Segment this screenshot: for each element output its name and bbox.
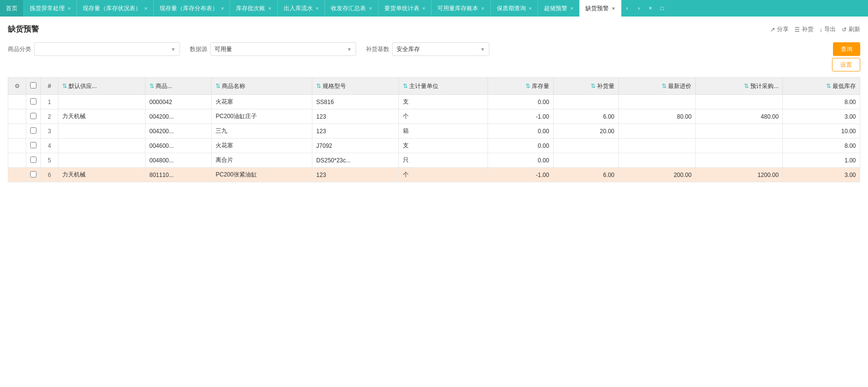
- tab-overstock[interactable]: 超储预警 ×: [538, 0, 579, 17]
- row-min-stock: 3.00: [783, 168, 860, 182]
- row-latest-price: [618, 153, 696, 168]
- row-stock-qty: 0.00: [488, 153, 553, 168]
- th-goods-name[interactable]: ⇅ 商品名称: [212, 78, 312, 95]
- category-arrow-icon: ▼: [171, 47, 176, 52]
- row-check-cell[interactable]: [26, 168, 41, 182]
- settings-button[interactable]: 设置: [832, 58, 860, 71]
- tab-expiry-query[interactable]: 保质期查询 ×: [491, 0, 538, 17]
- tab-home[interactable]: 首页: [0, 0, 24, 17]
- tab-close-available-ledger[interactable]: ×: [481, 5, 484, 11]
- row-supplier: [58, 95, 145, 109]
- tab-demand-stats[interactable]: 要货单统计表 ×: [379, 0, 432, 17]
- row-num: 5: [41, 153, 58, 168]
- row-replenish-qty: 6.00: [553, 168, 618, 182]
- tab-batch-account[interactable]: 库存批次账 ×: [230, 0, 277, 17]
- tab-close-expiry-query[interactable]: ×: [529, 5, 532, 11]
- tab-receipt-summary[interactable]: 收发存汇总表 ×: [325, 0, 378, 17]
- tab-maximize-button[interactable]: □: [656, 0, 668, 17]
- query-button[interactable]: 查询: [833, 42, 860, 56]
- sort-icon-spec: ⇅: [316, 83, 321, 89]
- tab-close-refine[interactable]: ×: [68, 5, 71, 11]
- th-latest-price[interactable]: ⇅ 最新进价: [618, 78, 696, 95]
- row-check-cell[interactable]: [26, 153, 41, 168]
- tab-close-all-button[interactable]: ×: [645, 0, 656, 17]
- tab-prev-button[interactable]: ‹: [621, 0, 633, 17]
- th-replenish-qty[interactable]: ⇅ 补货量: [553, 78, 618, 95]
- tab-close-inout-flow[interactable]: ×: [316, 5, 319, 11]
- datasource-label: 数据源: [190, 45, 207, 53]
- row-replenish-qty: 6.00: [553, 109, 618, 124]
- row-min-stock: 3.00: [783, 109, 860, 124]
- tab-inventory-status[interactable]: 现存量（库存状况表） ×: [77, 0, 153, 17]
- select-all-checkbox[interactable]: [30, 82, 36, 88]
- row-goods-name: PC200张紧油缸: [212, 168, 312, 182]
- row-checkbox-4[interactable]: [30, 157, 36, 163]
- tab-inventory-dist[interactable]: 现存量（库存分布表） ×: [154, 0, 230, 17]
- row-est-purchase: 480.00: [696, 109, 783, 124]
- row-replenish-qty: [553, 153, 618, 168]
- row-checkbox-2[interactable]: [30, 127, 36, 134]
- replenish-base-select[interactable]: 安全库存 ▼: [392, 42, 489, 56]
- category-select[interactable]: ▼: [34, 42, 180, 56]
- datasource-select[interactable]: 可用量 ▼: [210, 42, 356, 56]
- gear-icon[interactable]: ⚙: [12, 81, 22, 91]
- tab-refine[interactable]: 拣货异常处理 ×: [24, 0, 77, 17]
- th-gear[interactable]: ⚙: [8, 78, 26, 95]
- row-spec: SS816: [312, 95, 399, 109]
- row-latest-price: [618, 139, 696, 153]
- row-supplier: [58, 124, 145, 139]
- page-title: 缺货预警: [8, 24, 39, 35]
- row-latest-price: [618, 124, 696, 139]
- row-num: 6: [41, 168, 58, 182]
- refresh-button[interactable]: ↺ 刷新: [842, 25, 860, 34]
- row-unit: 只: [399, 153, 488, 168]
- category-filter: 商品分类 ▼: [8, 42, 180, 56]
- row-spec: DS250*23c...: [312, 153, 399, 168]
- row-checkbox-5[interactable]: [30, 171, 36, 177]
- tab-close-shortage[interactable]: ×: [612, 5, 615, 11]
- tab-close-receipt-summary[interactable]: ×: [369, 5, 372, 11]
- export-button[interactable]: ↓ 导出: [819, 25, 836, 34]
- row-est-purchase: 1200.00: [696, 168, 783, 182]
- row-gear-cell: [8, 153, 26, 168]
- row-checkbox-1[interactable]: [30, 113, 36, 119]
- export-icon: ↓: [819, 26, 822, 33]
- tab-close-overstock[interactable]: ×: [570, 5, 573, 11]
- th-default-supplier[interactable]: ⇅ 默认供应...: [58, 78, 145, 95]
- tab-next-button[interactable]: ›: [633, 0, 645, 17]
- tab-inout-flow[interactable]: 出入库流水 ×: [278, 0, 325, 17]
- th-stock-qty[interactable]: ⇅ 库存量: [488, 78, 553, 95]
- row-goods-code: 004600...: [145, 139, 211, 153]
- row-replenish-qty: 20.00: [553, 124, 618, 139]
- row-stock-qty: -1.00: [488, 168, 553, 182]
- row-min-stock: 10.00: [783, 124, 860, 139]
- tab-close-batch-account[interactable]: ×: [268, 5, 271, 11]
- tab-close-demand-stats[interactable]: ×: [422, 5, 425, 11]
- row-check-cell[interactable]: [26, 95, 41, 109]
- tab-shortage[interactable]: 缺货预警 ×: [579, 0, 621, 17]
- tab-close-inventory-dist[interactable]: ×: [221, 5, 224, 11]
- th-goods-code[interactable]: ⇅ 商品...: [145, 78, 211, 95]
- row-checkbox-0[interactable]: [30, 98, 36, 105]
- share-button[interactable]: ↗ 分享: [770, 25, 789, 34]
- row-supplier: [58, 139, 145, 153]
- th-est-purchase[interactable]: ⇅ 预计采购...: [696, 78, 783, 95]
- row-checkbox-3[interactable]: [30, 142, 36, 148]
- row-check-cell[interactable]: [26, 139, 41, 153]
- row-check-cell[interactable]: [26, 124, 41, 139]
- tab-close-inventory-status[interactable]: ×: [144, 5, 147, 11]
- share-icon: ↗: [770, 26, 775, 33]
- replenish-button[interactable]: ☰ 补货: [795, 25, 814, 34]
- row-check-cell[interactable]: [26, 109, 41, 124]
- row-num: 2: [41, 109, 58, 124]
- th-spec[interactable]: ⇅ 规格型号: [312, 78, 399, 95]
- th-unit[interactable]: ⇅ 主计量单位: [399, 78, 488, 95]
- tab-available-ledger[interactable]: 可用量库存账本 ×: [432, 0, 490, 17]
- row-goods-name: 离合片: [212, 153, 312, 168]
- table-row: 2 力天机械 004200... PC200油缸庄子 123 个 -1.00 6…: [8, 109, 860, 124]
- row-supplier: 力天机械: [58, 168, 145, 182]
- th-min-stock[interactable]: ⇅ 最低库存: [783, 78, 860, 95]
- sort-icon-est-purchase: ⇅: [744, 83, 749, 89]
- row-unit: 个: [399, 109, 488, 124]
- tab-bar: 首页 拣货异常处理 × 现存量（库存状况表） × 现存量（库存分布表） × 库存…: [0, 0, 868, 17]
